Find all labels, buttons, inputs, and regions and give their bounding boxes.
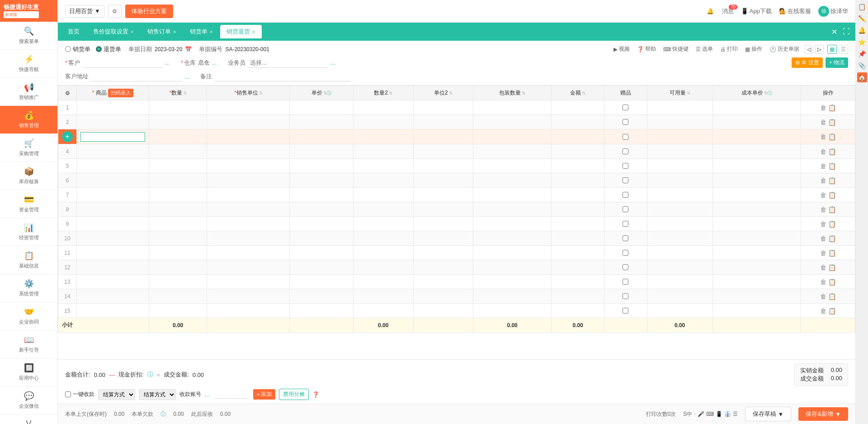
copy-row-12-button[interactable]: 📋 bbox=[828, 264, 836, 271]
add-logistics-button[interactable]: + 物流 bbox=[826, 57, 848, 68]
gift-checkbox-12[interactable] bbox=[623, 264, 628, 270]
delete-row-6-button[interactable]: 🗑 bbox=[820, 177, 826, 184]
col-settings[interactable]: ⚙ bbox=[58, 86, 77, 100]
gift-checkbox-3[interactable] bbox=[623, 134, 628, 140]
close-all-tabs-button[interactable]: ✕ bbox=[830, 27, 839, 37]
qty2-cell-1[interactable] bbox=[353, 100, 413, 115]
account-dots[interactable]: ... bbox=[205, 391, 210, 398]
sidebar-item-search[interactable]: 🔍 搜索菜单 bbox=[0, 22, 57, 50]
gift-checkbox-10[interactable] bbox=[623, 235, 628, 241]
gift-cell-2[interactable] bbox=[604, 115, 647, 129]
onetime-pay-checkbox[interactable]: 一键收款 bbox=[65, 391, 94, 398]
copy-row-7-button[interactable]: 📋 bbox=[828, 191, 836, 199]
copy-row-14-button[interactable]: 📋 bbox=[828, 293, 836, 300]
amount-payment-input[interactable] bbox=[213, 390, 250, 399]
unit-cell-2[interactable] bbox=[207, 115, 290, 129]
header-settings-button[interactable]: ⚙ bbox=[108, 5, 122, 18]
remark-input[interactable] bbox=[215, 71, 350, 81]
copy-row-6-button[interactable]: 📋 bbox=[828, 177, 836, 184]
select-order-btn[interactable]: ☰ 选单 bbox=[694, 44, 715, 54]
delete-row-13-button[interactable]: 🗑 bbox=[820, 278, 826, 286]
right-panel-btn-6[interactable]: 📎 bbox=[857, 61, 867, 71]
right-panel-btn-2[interactable]: ✏️ bbox=[857, 14, 867, 24]
gift-checkbox-9[interactable] bbox=[623, 221, 628, 227]
gift-checkbox-11[interactable] bbox=[623, 250, 628, 256]
amount-cell-3[interactable] bbox=[551, 129, 604, 144]
delete-row-10-button[interactable]: 🗑 bbox=[820, 235, 826, 242]
radio-sales[interactable] bbox=[65, 46, 71, 52]
copy-row-15-button[interactable]: 📋 bbox=[828, 307, 836, 314]
sidebar-item-enterprise[interactable]: 🤝 企业协同 bbox=[0, 302, 57, 330]
calc-method-select[interactable]: 结算方式 bbox=[139, 389, 176, 400]
avail-cell-3[interactable] bbox=[647, 129, 712, 144]
add-row-button[interactable]: + bbox=[62, 131, 73, 142]
calendar-icon[interactable]: 📅 bbox=[185, 46, 192, 52]
sidebar-item-wechat[interactable]: 💬 企业微信 bbox=[0, 386, 57, 414]
scan-input-button[interactable]: 扫码录入 bbox=[108, 89, 133, 97]
sidebar-item-apps[interactable]: 🔲 应用中心 bbox=[0, 358, 57, 386]
help-btn[interactable]: ❓ 帮助 bbox=[635, 44, 658, 54]
avail-cell-2[interactable] bbox=[647, 115, 712, 129]
cost-cell-1[interactable] bbox=[712, 100, 801, 115]
product-cell-1[interactable] bbox=[77, 100, 149, 115]
delete-row-3-button[interactable]: 🗑 bbox=[820, 133, 826, 140]
sidebar-item-finance[interactable]: 💳 资金管理 bbox=[0, 190, 57, 218]
tab-sales-order[interactable]: 销售订单 ✕ bbox=[141, 25, 183, 38]
gift-checkbox-5[interactable] bbox=[623, 163, 628, 169]
close-tab-price[interactable]: ✕ bbox=[130, 29, 134, 34]
save-draft-button[interactable]: 保存草稿 ▼ bbox=[745, 407, 792, 421]
packqty-cell-3[interactable] bbox=[473, 129, 552, 144]
app-download-link[interactable]: 📱 App下载 bbox=[741, 7, 772, 15]
fee-split-button[interactable]: 费用分摊 bbox=[279, 389, 309, 400]
customer-search-dots[interactable]: ... bbox=[165, 59, 170, 66]
copy-row-1-button[interactable]: 📋 bbox=[828, 104, 836, 111]
sidebar-item-vip[interactable]: V 畅会员 bbox=[0, 414, 57, 424]
avail-cell-1[interactable] bbox=[647, 100, 712, 115]
customer-input[interactable] bbox=[83, 58, 162, 68]
gift-checkbox-13[interactable] bbox=[623, 279, 628, 285]
price-cell-1[interactable] bbox=[290, 100, 353, 115]
close-tab-delivery[interactable]: ✕ bbox=[209, 29, 213, 34]
address-input[interactable] bbox=[91, 71, 182, 81]
gift-checkbox-15[interactable] bbox=[623, 308, 628, 314]
right-panel-btn-7[interactable]: 🏠 bbox=[857, 72, 867, 82]
copy-row-8-button[interactable]: 📋 bbox=[828, 206, 836, 213]
delete-row-2-button[interactable]: 🗑 bbox=[820, 119, 826, 126]
delete-row-1-button[interactable]: 🗑 bbox=[820, 104, 826, 111]
copy-row-4-button[interactable]: 📋 bbox=[828, 148, 836, 155]
warehouse-search-dots[interactable]: ... bbox=[212, 59, 217, 66]
right-panel-btn-4[interactable]: ⭐ bbox=[857, 37, 867, 47]
tab-sales-return[interactable]: 销货退货 ✕ bbox=[220, 25, 262, 38]
doc-settings-button[interactable]: ⚙ ⚙ 设置 bbox=[792, 57, 822, 68]
packqty-cell-2[interactable] bbox=[473, 115, 552, 129]
gift-cell-3[interactable] bbox=[604, 129, 647, 144]
copy-row-9-button[interactable]: 📋 bbox=[828, 220, 836, 228]
qty2-cell-2[interactable] bbox=[353, 115, 413, 129]
daily-selector[interactable]: 日用百货 ▼ bbox=[65, 5, 104, 18]
cost-cell-3[interactable] bbox=[712, 129, 801, 144]
fee-help-icon[interactable]: ❓ bbox=[312, 391, 319, 398]
experience-button[interactable]: 体验行业方案 bbox=[125, 5, 173, 18]
print-btn[interactable]: 🖨 打印 bbox=[718, 44, 740, 54]
close-tab-return[interactable]: ✕ bbox=[252, 29, 255, 34]
gift-checkbox-1[interactable] bbox=[623, 105, 628, 110]
gift-checkbox-14[interactable] bbox=[623, 293, 628, 299]
product-cell-2[interactable] bbox=[77, 115, 149, 129]
amount-cell-1[interactable] bbox=[551, 100, 604, 115]
copy-row-2-button[interactable]: 📋 bbox=[828, 119, 836, 126]
list-view-icon[interactable]: ☰ bbox=[839, 45, 848, 54]
settlement-method-select[interactable]: 结算方式 bbox=[98, 389, 135, 400]
salesperson-input[interactable] bbox=[248, 58, 328, 68]
tab-sales-delivery[interactable]: 销货单 ✕ bbox=[184, 25, 219, 38]
copy-row-13-button[interactable]: 📋 bbox=[828, 278, 836, 286]
sidebar-item-guide[interactable]: 📖 新手引导 bbox=[0, 330, 57, 358]
maximize-button[interactable]: ⛶ bbox=[841, 27, 852, 37]
copy-row-5-button[interactable]: 📋 bbox=[828, 162, 836, 170]
delete-row-5-button[interactable]: 🗑 bbox=[820, 162, 826, 170]
operation-btn[interactable]: ▦ 操作 bbox=[743, 44, 764, 54]
close-tab-sales-order[interactable]: ✕ bbox=[173, 29, 176, 34]
sidebar-item-sales[interactable]: 💰 销售管理 bbox=[0, 106, 57, 134]
gift-cell-1[interactable] bbox=[604, 100, 647, 115]
copy-row-3-button[interactable]: 📋 bbox=[828, 133, 836, 140]
current-debt-icon[interactable]: ⓘ bbox=[160, 410, 166, 418]
